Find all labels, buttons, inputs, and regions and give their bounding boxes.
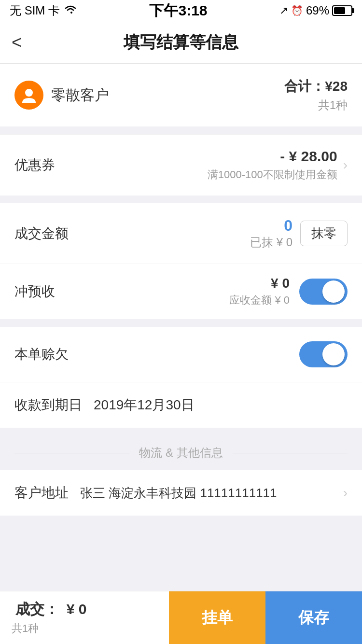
- transaction-label: 成交金额: [14, 224, 69, 243]
- total-count: 共1种: [284, 98, 348, 113]
- coupon-label: 优惠券: [14, 156, 55, 174]
- divider-text: 物流 & 其他信息: [129, 445, 232, 461]
- page-title: 填写结算等信息: [124, 31, 238, 54]
- toggle-knob: [322, 280, 345, 303]
- prepay-amount: ¥ 0: [229, 276, 290, 291]
- alarm-icon: ⏰: [291, 5, 303, 16]
- coupon-info: - ¥ 28.00 满1000-100不限制使用金额: [208, 148, 337, 182]
- customer-row: 零散客户 合计：¥28 共1种: [0, 64, 362, 126]
- back-button[interactable]: <: [12, 32, 22, 53]
- customer-section: 零散客户 合计：¥28 共1种: [0, 64, 362, 126]
- address-value: 张三 海淀永丰科技园 11111111111: [80, 485, 343, 502]
- transaction-value: 0: [284, 217, 292, 234]
- chevron-icon: ›: [343, 157, 348, 173]
- customer-name: 零散客户: [51, 85, 109, 105]
- credit-section: 本单赊欠 收款到期日 2019年12月30日: [0, 327, 362, 428]
- due-date-value: 2019年12月30日: [94, 396, 195, 414]
- transaction-section: 成交金额 0 已抹 ¥ 0 抹零 冲预收 ¥ 0 应收金额 ¥ 0: [0, 203, 362, 319]
- location-icon: ↗: [279, 4, 288, 17]
- address-section: 客户地址 张三 海淀永丰科技园 11111111111 ›: [0, 470, 362, 516]
- svg-point-0: [25, 89, 33, 97]
- trade-label: 成交：: [15, 601, 59, 617]
- due-date-row: 收款到期日 2019年12月30日: [0, 382, 362, 428]
- status-time: 下午3:18: [149, 1, 207, 21]
- divider-section: 物流 & 其他信息: [0, 435, 362, 470]
- status-bar: 无 SIM 卡 下午3:18 ↗ ⏰ 69%: [0, 0, 362, 21]
- nav-bar: < 填写结算等信息: [0, 21, 362, 64]
- status-right: ↗ ⏰ 69%: [279, 4, 352, 17]
- customer-left: 零散客户: [14, 81, 109, 110]
- amount-right: 0 已抹 ¥ 0 抹零: [250, 217, 348, 250]
- customer-right: 合计：¥28 共1种: [284, 77, 348, 113]
- divider-line-right: [233, 453, 348, 453]
- coupon-section: 优惠券 - ¥ 28.00 满1000-100不限制使用金额 ›: [0, 134, 362, 196]
- bottom-count: 共1种: [12, 621, 157, 636]
- prepay-row: 冲预收 ¥ 0 应收金额 ¥ 0: [0, 264, 362, 319]
- credit-label: 本单赊欠: [14, 345, 69, 364]
- avatar: [14, 81, 43, 110]
- prepay-toggle[interactable]: [299, 279, 348, 305]
- status-left: 无 SIM 卡: [10, 3, 77, 18]
- total-amount: 合计：¥28: [284, 77, 348, 96]
- address-row[interactable]: 客户地址 张三 海淀永丰科技园 11111111111 ›: [0, 470, 362, 516]
- battery-percent: 69%: [306, 4, 329, 17]
- prepay-right: ¥ 0 应收金额 ¥ 0: [229, 276, 348, 308]
- address-chevron-icon: ›: [343, 485, 348, 501]
- prepay-label: 冲预收: [14, 282, 55, 301]
- hold-button[interactable]: 挂单: [169, 591, 265, 644]
- prepay-receivable: 应收金额 ¥ 0: [229, 293, 290, 308]
- battery-icon: [332, 5, 352, 16]
- credit-row: 本单赊欠: [0, 327, 362, 382]
- bottom-info: 成交： ¥ 0 共1种: [0, 600, 169, 636]
- trade-amount: ¥ 0: [67, 601, 87, 617]
- already-rounded: 已抹 ¥ 0: [250, 235, 292, 250]
- carrier-text: 无 SIM 卡: [10, 3, 60, 18]
- address-label: 客户地址: [14, 484, 69, 502]
- transaction-amount-row: 成交金额 0 已抹 ¥ 0 抹零: [0, 203, 362, 264]
- prepay-amounts: ¥ 0 应收金额 ¥ 0: [229, 276, 290, 308]
- coupon-desc: 满1000-100不限制使用金额: [208, 168, 337, 182]
- save-button[interactable]: 保存: [265, 591, 362, 644]
- round-zero-button[interactable]: 抹零: [300, 221, 348, 246]
- bottom-bar: 成交： ¥ 0 共1种 挂单 保存: [0, 591, 362, 644]
- coupon-row[interactable]: 优惠券 - ¥ 28.00 满1000-100不限制使用金额 ›: [0, 134, 362, 196]
- coupon-right: - ¥ 28.00 满1000-100不限制使用金额 ›: [208, 148, 348, 182]
- credit-toggle[interactable]: [299, 341, 348, 367]
- divider-line-left: [14, 453, 129, 453]
- wifi-icon: [64, 4, 77, 17]
- credit-toggle-knob: [322, 343, 345, 365]
- bottom-trade-row: 成交： ¥ 0: [12, 600, 157, 619]
- coupon-discount: - ¥ 28.00: [208, 148, 337, 165]
- due-date-label: 收款到期日: [14, 396, 82, 414]
